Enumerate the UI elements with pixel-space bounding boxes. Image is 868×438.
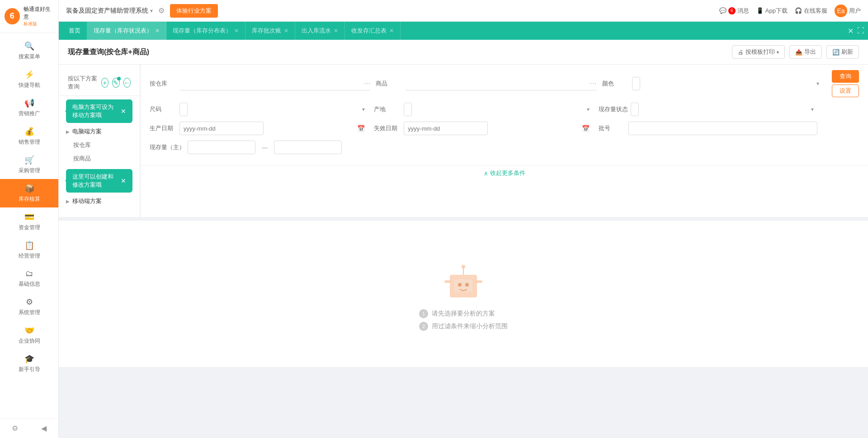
main-content: 现存量查询(按仓库+商品) 🖨 按模板打印 ▾ 📤 导出 🔄 刷新 <box>59 40 868 438</box>
sidebar-item-sales[interactable]: 💰 销售管理 <box>0 122 58 151</box>
svg-rect-6 <box>444 280 451 283</box>
stock-qty-min[interactable] <box>188 141 255 154</box>
stock-qty-max[interactable] <box>274 141 342 154</box>
tab-inout[interactable]: 出入库流水 ✕ <box>295 22 345 40</box>
tooltip2-close-btn[interactable]: ✕ <box>121 177 126 184</box>
scheme-desktop-goods[interactable]: 按商品 <box>59 152 140 165</box>
tab-inventory-dist[interactable]: 现存量（库存分布表） ✕ <box>166 22 245 40</box>
message-badge: 6 <box>728 7 736 14</box>
goods-more-icon[interactable]: ··· <box>590 79 597 88</box>
refresh-btn[interactable]: 🔄 刷新 <box>826 45 859 59</box>
sidebar-bottom: ⚙ ◀ <box>0 418 58 438</box>
collapse-bar[interactable]: ∧ 收起更多条件 <box>141 165 868 181</box>
sidebar-item-search[interactable]: 🔍 搜索菜单 <box>0 37 58 65</box>
scheme-desktop-header[interactable]: ▶ 电脑端方案 <box>59 125 140 138</box>
filter-row-4: 现存量（主） — <box>150 141 859 154</box>
color-select-wrap <box>632 77 823 90</box>
produce-date-input[interactable] <box>179 122 264 135</box>
sidebar-collapse-btn[interactable]: ◀ <box>41 424 47 433</box>
newbie-icon: 🎓 <box>24 354 34 364</box>
tab-inventory-status[interactable]: 现存量（库存状况表） ✕ <box>87 22 166 40</box>
stock-status-select[interactable] <box>631 103 639 116</box>
sidebar-item-purchase[interactable]: 🛒 采购管理 <box>0 151 58 179</box>
goods-field[interactable]: ··· <box>406 77 596 90</box>
export-btn[interactable]: 📤 导出 <box>789 45 822 59</box>
tabs-bar: 首页 现存量（库存状况表） ✕ 现存量（库存分布表） ✕ 库存批次账 ✕ 出入库… <box>59 22 868 40</box>
tab-close-batch[interactable]: ✕ <box>284 28 288 34</box>
batch-no-input[interactable] <box>628 122 817 135</box>
settings-btn[interactable]: 设置 <box>832 85 859 97</box>
system-icon: ⚙ <box>26 297 33 307</box>
messages-btn[interactable]: 💬 6 消息 <box>719 7 749 15</box>
svg-rect-1 <box>454 279 472 292</box>
tab-collect[interactable]: 收发存汇总表 ✕ <box>345 22 401 40</box>
operations-icon: 📋 <box>24 240 34 250</box>
header-settings-icon[interactable]: ⚙ <box>158 6 165 15</box>
tab-close-collect[interactable]: ✕ <box>389 28 394 34</box>
tab-close-inout[interactable]: ✕ <box>334 28 338 34</box>
expire-calendar-icon: 📅 <box>582 125 590 132</box>
tab-home[interactable]: 首页 <box>62 22 87 40</box>
sidebar-item-operations[interactable]: 📋 经营管理 <box>0 236 58 264</box>
app-download-btn[interactable]: 📱 App下载 <box>756 7 788 15</box>
logo-text: 畅通道好生意 <box>24 5 54 21</box>
marketing-icon: 📢 <box>24 98 34 108</box>
size-select[interactable] <box>179 103 188 116</box>
svg-point-5 <box>462 265 465 268</box>
tab-close-all-btn[interactable]: ✕ <box>848 27 854 35</box>
filter-batch-no: 批号 <box>599 122 817 135</box>
tab-close-inventory-dist[interactable]: ✕ <box>234 28 239 34</box>
scheme-desktop-warehouse[interactable]: 按仓库 <box>59 138 140 152</box>
range-separator: — <box>262 144 268 151</box>
color-select[interactable] <box>632 77 640 90</box>
color-label: 颜色 <box>602 80 629 88</box>
sidebar-item-basic[interactable]: 🗂 基础信息 <box>0 264 58 292</box>
sidebar-item-newbie[interactable]: 🎓 新手引导 <box>0 349 58 378</box>
sidebar-item-inventory[interactable]: 📦 库存核算 <box>0 179 58 207</box>
origin-label: 产地 <box>374 105 401 113</box>
scheme-mobile-header[interactable]: ▶ 移动端方案 <box>59 194 140 208</box>
back-scheme-btn[interactable]: ← <box>123 78 131 88</box>
search-btn[interactable]: 查询 <box>832 70 859 83</box>
stock-status-label: 现存量状态 <box>599 105 628 113</box>
expire-date-input[interactable] <box>404 122 488 135</box>
filter-row-1: 按仓库 ··· 商品 ··· <box>150 70 859 97</box>
online-support-btn[interactable]: 🎧 在线客服 <box>795 7 827 15</box>
print-dropdown-icon: ▾ <box>777 50 779 55</box>
sidebar-item-marketing[interactable]: 📢 营销推广 <box>0 94 58 122</box>
filter-area: 按以下方案查询 + ✎ ← 电脑方案可设为 <box>59 65 868 217</box>
goods-label: 商品 <box>376 80 403 88</box>
sidebar-item-quick[interactable]: ⚡ 快捷导航 <box>0 65 58 94</box>
print-btn[interactable]: 🖨 按模板打印 ▾ <box>732 45 785 59</box>
filter-origin: 产地 <box>374 103 593 116</box>
app-name-selector[interactable]: 装备及固定资产辅助管理系统 ▾ <box>66 7 153 15</box>
headset-icon: 🎧 <box>795 7 802 14</box>
tab-expand-btn[interactable]: ⛶ <box>857 27 864 35</box>
triangle-icon: ▶ <box>66 129 70 134</box>
step-num-1: 1 <box>419 309 428 318</box>
sidebar-item-finance[interactable]: 💳 资金管理 <box>0 207 58 236</box>
print-icon: 🖨 <box>738 49 744 56</box>
user-btn[interactable]: Ea 用户 <box>835 5 861 17</box>
filter-color: 颜色 <box>602 77 823 90</box>
sidebar: 6 畅通道好生意 标准版 🔍 搜索菜单 ⚡ 快捷导航 📢 营销推广 💰 销售管理… <box>0 0 59 438</box>
warehouse-more-icon[interactable]: ··· <box>363 79 370 88</box>
add-scheme-btn[interactable]: + <box>101 78 108 88</box>
warehouse-field[interactable]: ··· <box>179 77 370 90</box>
tooltip1-close-btn[interactable]: ✕ <box>121 108 126 115</box>
inventory-icon: 📦 <box>24 184 34 193</box>
phone-icon: 📱 <box>756 7 764 14</box>
expire-date-wrap: 📅 <box>404 122 593 135</box>
origin-select-wrap <box>404 103 593 116</box>
origin-select[interactable] <box>404 103 412 116</box>
scheme-group-desktop: ▶ 电脑端方案 按仓库 按商品 <box>59 125 140 165</box>
tab-close-inventory-status[interactable]: ✕ <box>155 28 160 34</box>
expire-date-label: 失效日期 <box>374 124 401 132</box>
edit-scheme-btn[interactable]: ✎ <box>112 78 119 88</box>
tab-batch[interactable]: 库存批次账 ✕ <box>245 22 295 40</box>
trial-btn[interactable]: 体验行业方案 <box>170 4 218 18</box>
size-select-wrap <box>179 103 368 116</box>
sidebar-item-system[interactable]: ⚙ 系统管理 <box>0 292 58 321</box>
sidebar-settings-btn[interactable]: ⚙ <box>12 424 18 433</box>
sidebar-item-enterprise[interactable]: 🤝 企业协同 <box>0 321 58 349</box>
